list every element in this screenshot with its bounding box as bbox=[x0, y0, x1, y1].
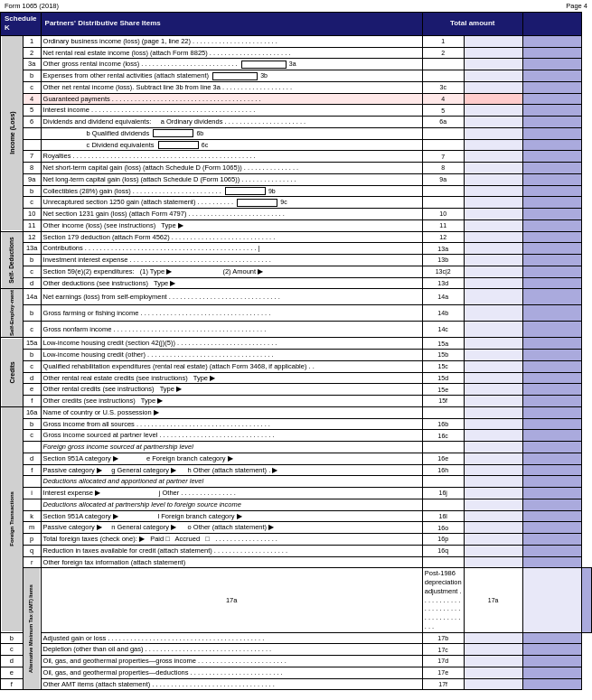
row-10-desc: Net section 1231 gain (loss) (attach For… bbox=[41, 209, 422, 220]
right-edge-9c bbox=[522, 197, 581, 209]
right-edge-16c bbox=[522, 430, 581, 442]
row-num-3b: b bbox=[23, 70, 41, 82]
ref-5: 5 bbox=[422, 105, 464, 117]
amt-row-17b: b Adjusted gain or loss . . . . . . . . … bbox=[1, 632, 592, 644]
row-6b-desc: b Qualified dividends 6b bbox=[41, 127, 422, 139]
row-num-17e: e bbox=[1, 667, 23, 678]
right-edge-14c bbox=[522, 322, 581, 338]
right-edge-16o bbox=[522, 522, 581, 534]
row-num-15c: c bbox=[23, 360, 41, 372]
row-num-4: 4 bbox=[23, 93, 41, 105]
ref-13c: 13c|2 bbox=[422, 266, 464, 277]
amount-8 bbox=[464, 163, 522, 174]
amount-16e bbox=[464, 453, 522, 464]
foreign-row-16mno: m Passive category ▶ n General category … bbox=[1, 522, 592, 534]
amount-11 bbox=[464, 219, 522, 231]
income-row-6b: b Qualified dividends 6b bbox=[1, 127, 592, 139]
amount-17f bbox=[464, 678, 522, 690]
row-num-6: 6 bbox=[23, 117, 41, 128]
ref-2: 2 bbox=[422, 47, 464, 59]
ref-16p: 16p bbox=[422, 534, 464, 546]
foreign-row-16ij: i Interest expense ▶ j Other . . . . . .… bbox=[1, 488, 592, 499]
income-row-10: 10 Net section 1231 gain (loss) (attach … bbox=[1, 209, 592, 220]
ref-header2 bbox=[422, 476, 464, 488]
deductions-label: Self- Deductions bbox=[1, 231, 23, 289]
row-17e-desc: Oil, gas, and geothermal properties—dedu… bbox=[41, 667, 422, 678]
ref-header3 bbox=[422, 499, 464, 510]
row-15c-desc: Qualified rehabilitation expenditures (r… bbox=[41, 360, 422, 372]
amount-13d bbox=[464, 277, 522, 289]
right-edge-15e bbox=[522, 384, 581, 396]
ref-3c: 3c bbox=[422, 81, 464, 93]
ref-16c: 16c bbox=[422, 430, 464, 442]
row-15a-desc: Low-income housing credit (section 42(j)… bbox=[41, 338, 422, 350]
row-num-16b: b bbox=[23, 418, 41, 430]
right-edge-16a bbox=[522, 406, 581, 418]
foreign-label: Foreign Transactions bbox=[1, 406, 23, 632]
foreign-row-16r: r Other foreign tax information (attach … bbox=[1, 556, 592, 568]
foreign-row-16q: q Reduction in taxes available for credi… bbox=[1, 545, 592, 556]
row-16f-desc: Passive category ▶ g General category ▶ … bbox=[41, 464, 422, 476]
deductions-row-12: Self- Deductions 12 Section 179 deductio… bbox=[1, 231, 592, 243]
right-edge-16e bbox=[522, 453, 581, 464]
row-12-desc: Section 179 deduction (attach Form 4562)… bbox=[41, 231, 422, 243]
foreign-row-header3: Deductions allocated at partnership leve… bbox=[1, 499, 592, 510]
row-num-9c: c bbox=[23, 197, 41, 209]
ref-17b: 17b bbox=[422, 632, 464, 644]
row-num-14a: 14a bbox=[23, 289, 41, 305]
ref-16a bbox=[422, 406, 464, 418]
right-edge-16j bbox=[522, 488, 581, 499]
right-edge-15b bbox=[522, 350, 581, 361]
row-14a-desc: Net earnings (loss) from self-employment… bbox=[41, 289, 422, 305]
right-edge-header2 bbox=[522, 476, 581, 488]
row-num-header2 bbox=[23, 476, 41, 488]
income-row-11: 11 Other income (loss) (see instructions… bbox=[1, 219, 592, 231]
income-row-9c: c Unrecaptured section 1250 gain (attach… bbox=[1, 197, 592, 209]
amount-14c bbox=[464, 322, 522, 338]
row-num-17f: f bbox=[1, 678, 23, 690]
right-edge-15a bbox=[522, 338, 581, 350]
ref-4: 4 bbox=[422, 93, 464, 105]
right-edge-3a bbox=[522, 59, 581, 70]
income-row-5: 5 Interest income . . . . . . . . . . . … bbox=[1, 105, 592, 117]
row-num-15e: e bbox=[23, 384, 41, 396]
right-edge-17f bbox=[522, 678, 581, 690]
amt-row-17f: f Other AMT items (attach statement) . .… bbox=[1, 678, 592, 690]
right-edge-16b bbox=[522, 418, 581, 430]
foreign-row-16kl: k Section 951A category ▶ l Foreign bran… bbox=[1, 510, 592, 522]
income-row-3c: c Other net rental income (loss). Subtra… bbox=[1, 81, 592, 93]
right-edge-16r bbox=[522, 556, 581, 568]
right-edge-11 bbox=[522, 219, 581, 231]
row-17c-desc: Depletion (other than oil and gas) . . .… bbox=[41, 644, 422, 656]
ref-16o: 16o bbox=[422, 522, 464, 534]
amount-16q bbox=[464, 545, 522, 556]
right-edge-7 bbox=[522, 151, 581, 163]
ref-15b: 15b bbox=[422, 350, 464, 361]
amount-6b bbox=[464, 127, 522, 139]
row-num-16r: r bbox=[23, 556, 41, 568]
row-11-desc: Other income (loss) (see instructions) T… bbox=[41, 219, 422, 231]
right-edge-5 bbox=[522, 105, 581, 117]
amt-label: Alternative Minimum Tax (AMT) Items bbox=[23, 568, 41, 690]
income-row-8: 8 Net short-term capital gain (loss) (at… bbox=[1, 163, 592, 174]
row-16m-desc: Passive category ▶ n General category ▶ … bbox=[41, 522, 422, 534]
amount-17e bbox=[464, 667, 522, 678]
ref-15c: 15c bbox=[422, 360, 464, 372]
right-edge-14a bbox=[522, 289, 581, 305]
row-17a-desc: Post-1986 depreciation adjustment . . . … bbox=[422, 568, 464, 632]
row-16k-desc: Section 951A category ▶ l Foreign branch… bbox=[41, 510, 422, 522]
amount-17b bbox=[464, 632, 522, 644]
credits-row-15c: c Qualified rehabilitation expenditures … bbox=[1, 360, 592, 372]
ref-17d: 17d bbox=[422, 656, 464, 667]
amount-1 bbox=[464, 35, 522, 47]
row-4-desc: Guaranteed payments . . . . . . . . . . … bbox=[41, 93, 422, 105]
row-13d-desc: Other deductions (see instructions) Type… bbox=[41, 277, 422, 289]
amount-header1 bbox=[464, 442, 522, 453]
right-edge-13b bbox=[522, 255, 581, 266]
ref-header1 bbox=[422, 442, 464, 453]
ref-7: 7 bbox=[422, 151, 464, 163]
right-edge-17c bbox=[522, 644, 581, 656]
row-9b-desc: Collectibles (28%) gain (loss) . . . . .… bbox=[41, 185, 422, 197]
right-edge-17a bbox=[581, 568, 591, 632]
amount-16o bbox=[464, 522, 522, 534]
